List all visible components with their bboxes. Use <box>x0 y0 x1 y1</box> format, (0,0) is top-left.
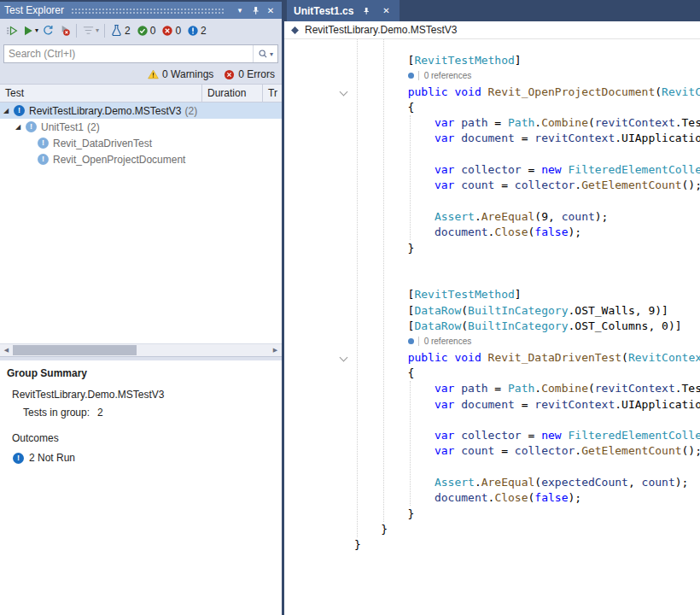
test-count-label: (2) <box>185 105 198 117</box>
test-tree-row[interactable]: Revit_OpenProjectDocument <box>0 151 282 167</box>
search-input[interactable] <box>4 45 253 62</box>
project-icon <box>290 26 300 35</box>
test-name-label: Revit_DataDrivenTest <box>53 138 152 149</box>
code-line: public void Revit_OpenProjectDocument(Re… <box>284 85 700 100</box>
run-button[interactable]: ▾ <box>20 22 40 39</box>
warning-icon <box>148 69 159 79</box>
warnings-label: 0 Warnings <box>162 68 213 80</box>
column-header-traits[interactable]: Tr <box>263 85 282 102</box>
repeat-last-run-button[interactable] <box>40 22 56 39</box>
code-line: var document = revitContext.UIApplicatio… <box>284 131 700 146</box>
test-tree-row[interactable]: Revit_DataDrivenTest <box>0 135 282 151</box>
tests-in-group-label: Tests in group: <box>23 407 90 419</box>
toolbar-separator <box>104 24 105 38</box>
code-line <box>284 256 700 272</box>
tab-title: UnitTest1.cs <box>294 5 353 17</box>
not-run-label: 2 Not Run <box>29 452 75 464</box>
codelens-references-label[interactable]: 0 references <box>418 337 472 346</box>
search-row: ▾ <box>0 42 282 65</box>
scroll-right-arrow-icon[interactable] <box>269 347 282 354</box>
tab-pin-icon[interactable] <box>359 4 373 17</box>
vs-window: { "test_explorer": { "title": "Test Expl… <box>0 0 700 615</box>
codelens-dot-icon <box>408 73 414 79</box>
error-icon <box>224 69 235 80</box>
column-header-duration[interactable]: Duration <box>202 85 263 102</box>
not-run-icon <box>38 154 49 165</box>
code-line: public void Revit_DataDrivenTest(RevitCo… <box>284 350 700 366</box>
run-dropdown-icon[interactable]: ▾ <box>35 26 38 34</box>
group-summary-tests-in-group: Tests in group:2 <box>23 407 275 419</box>
close-icon[interactable] <box>264 4 277 17</box>
code-line: var path = Path.Combine(revitContext.Tes… <box>284 115 700 131</box>
tree-column-headers: Test Duration Tr <box>0 84 282 102</box>
code-line: } <box>284 241 700 256</box>
outline-collapse-icon[interactable] <box>340 87 348 96</box>
tests-passed-filter[interactable]: 0 <box>135 22 160 39</box>
code-line <box>284 413 700 428</box>
editor-pane: UnitTest1.cs RevitTestLibrary.Demo.MSTes… <box>284 0 700 615</box>
test-tree-row[interactable]: UnitTest1(2) <box>0 119 282 135</box>
codelens-line[interactable]: 0 references <box>284 334 700 349</box>
tab-close-icon[interactable] <box>379 4 393 17</box>
code-line: var document = revitContext.UIApplicatio… <box>284 397 700 413</box>
scrollbar-thumb[interactable] <box>13 345 137 355</box>
test-explorer-titlebar[interactable]: Test Explorer <box>0 2 282 19</box>
breadcrumb-text: RevitTestLibrary.Demo.MSTestV3 <box>305 24 458 36</box>
code-line: [DataRow(BuiltInCategory.OST_Walls, 9)] <box>284 303 700 319</box>
codelens-references-label[interactable]: 0 references <box>418 71 472 80</box>
tests-total-filter[interactable]: 2 <box>108 22 135 39</box>
passed-circle-icon <box>137 25 149 37</box>
scroll-left-arrow-icon[interactable] <box>0 347 13 354</box>
group-summary-notrun-row: 2 Not Run <box>13 452 275 464</box>
not-run-icon <box>13 453 24 464</box>
warnings-toggle[interactable]: 0 Warnings <box>148 68 213 80</box>
outline-collapse-icon[interactable] <box>340 353 348 361</box>
test-explorer-title: Test Explorer <box>4 4 64 16</box>
tree-horizontal-scrollbar[interactable] <box>0 343 282 356</box>
code-line: var collector = new FilteredElementColle… <box>284 162 700 178</box>
tests-failed-filter[interactable]: 0 <box>160 22 185 39</box>
scrollbar-track[interactable] <box>13 344 269 356</box>
tests-notrun-filter[interactable]: 2 <box>185 22 211 39</box>
test-count-label: (2) <box>87 121 100 133</box>
navigation-bar[interactable]: RevitTestLibrary.Demo.MSTestV3 <box>284 21 700 39</box>
expander-icon[interactable] <box>3 107 14 114</box>
group-summary-title: Group Summary <box>7 367 275 379</box>
toolbar-separator <box>76 24 77 38</box>
test-tree[interactable]: RevitTestLibrary.Demo.MSTestV3(2)UnitTes… <box>0 102 282 343</box>
not-run-icon <box>38 138 49 149</box>
playlist-dropdown-icon[interactable]: ▾ <box>96 26 99 34</box>
expander-icon[interactable] <box>15 123 26 131</box>
code-line <box>284 194 700 209</box>
code-line: } <box>284 507 700 522</box>
not-run-icon <box>26 121 37 132</box>
notrun-circle-icon <box>187 25 199 37</box>
search-options-button[interactable]: ▾ <box>253 45 277 62</box>
code-line: { <box>284 366 700 381</box>
codelens-line[interactable]: 0 references <box>284 68 700 84</box>
code-line <box>284 460 700 475</box>
window-position-icon[interactable] <box>233 4 247 17</box>
tests-failed-count: 0 <box>175 25 181 37</box>
run-failed-tests-button[interactable] <box>56 22 73 39</box>
search-dropdown-icon: ▾ <box>270 50 273 58</box>
run-all-tests-button[interactable] <box>3 22 20 39</box>
pin-icon[interactable] <box>248 4 262 17</box>
errors-toggle[interactable]: 0 Errors <box>224 68 275 80</box>
code-line <box>284 272 700 287</box>
code-line: [DataRow(BuiltInCategory.OST_Columns, 0)… <box>284 319 700 334</box>
code-line: var count = collector.GetElementCount(); <box>284 443 700 459</box>
test-name-label: UnitTest1 <box>41 121 84 133</box>
column-header-test[interactable]: Test <box>0 85 202 102</box>
playlist-button[interactable]: ▾ <box>80 22 101 39</box>
document-tabstrip: UnitTest1.cs <box>284 0 700 21</box>
tab-unittest1[interactable]: UnitTest1.cs <box>287 0 400 21</box>
code-area[interactable]: [RevitTestMethod] 0 references public vo… <box>284 39 700 615</box>
test-tree-row[interactable]: RevitTestLibrary.Demo.MSTestV3(2) <box>0 102 282 119</box>
code-line: [RevitTestMethod] <box>284 53 700 68</box>
code-line: Assert.AreEqual(9, count); <box>284 209 700 225</box>
not-run-icon <box>14 105 25 116</box>
group-summary-outcomes-label: Outcomes <box>12 432 275 444</box>
tests-in-group-value: 2 <box>97 407 103 419</box>
search-icon <box>258 49 268 59</box>
